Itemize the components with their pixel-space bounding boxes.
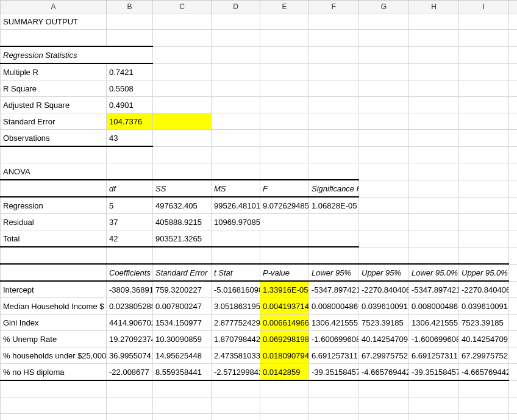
cell-value[interactable]: 0.4901 — [107, 97, 153, 113]
cell[interactable] — [260, 113, 309, 130]
cell[interactable] — [107, 30, 153, 47]
cell[interactable] — [309, 146, 359, 163]
cell-value[interactable]: 40.14254709 — [359, 331, 409, 347]
cell[interactable] — [212, 247, 260, 264]
cell[interactable] — [459, 180, 509, 197]
cell[interactable] — [409, 63, 459, 80]
cell[interactable] — [409, 146, 459, 163]
cell-value[interactable]: 9.072629485 — [260, 197, 309, 214]
cell-header[interactable]: Significance F — [309, 180, 359, 197]
cell-label[interactable]: Standard Error — [1, 113, 107, 130]
cell-reg-stats-header[interactable]: Regression Statistics — [1, 46, 153, 63]
cell-value[interactable]: 0.7421 — [107, 63, 153, 80]
cell-value[interactable]: 1306.421555 — [409, 315, 459, 331]
cell[interactable] — [409, 397, 459, 414]
cell-value[interactable]: -5347.897421 — [409, 281, 459, 298]
cell[interactable] — [359, 197, 409, 214]
cell[interactable] — [409, 80, 459, 97]
cell-value[interactable]: 99526.48101 — [212, 197, 260, 214]
cell[interactable] — [459, 46, 509, 63]
cell-label[interactable]: Gini Index — [1, 315, 107, 331]
cell[interactable] — [153, 130, 212, 147]
cell[interactable] — [107, 397, 153, 414]
cell[interactable] — [212, 46, 260, 63]
cell[interactable] — [509, 281, 518, 298]
cell-value[interactable]: 10.30090859 — [153, 331, 212, 347]
cell-value[interactable]: 405888.9215 — [153, 214, 212, 230]
cell-header[interactable]: Standard Error — [153, 264, 212, 281]
cell-label[interactable]: Regression — [1, 197, 107, 214]
cell[interactable] — [509, 331, 518, 347]
cell[interactable] — [107, 414, 153, 421]
cell[interactable] — [153, 247, 212, 264]
cell-value[interactable]: -2.571299842 — [212, 364, 260, 381]
cell-header[interactable]: SS — [153, 180, 212, 197]
cell-value[interactable]: 1.06828E-05 — [309, 197, 359, 214]
cell[interactable] — [459, 80, 509, 97]
cell-value[interactable]: 6.691257311 — [409, 347, 459, 364]
cell[interactable] — [359, 230, 409, 247]
cell[interactable] — [409, 30, 459, 47]
cell-value[interactable]: -3809.368914 — [107, 281, 153, 298]
cell[interactable] — [509, 180, 518, 197]
col-header[interactable]: F — [309, 1, 359, 13]
cell[interactable] — [509, 214, 518, 230]
cell[interactable] — [509, 13, 518, 30]
cell[interactable] — [309, 247, 359, 264]
cell-header[interactable]: t Stat — [212, 264, 260, 281]
cell[interactable] — [359, 380, 409, 397]
cell[interactable] — [260, 46, 309, 63]
cell[interactable] — [153, 397, 212, 414]
cell-highlight[interactable] — [153, 113, 212, 130]
cell[interactable] — [509, 315, 518, 331]
cell-value[interactable]: 1306.421555 — [309, 315, 359, 331]
cell-value[interactable]: -1.600699608 — [409, 331, 459, 347]
cell[interactable] — [260, 214, 309, 230]
cell[interactable] — [153, 30, 212, 47]
cell-value[interactable]: 67.29975752 — [359, 347, 409, 364]
cell[interactable] — [309, 230, 359, 247]
cell[interactable] — [409, 13, 459, 30]
cell[interactable] — [212, 63, 260, 80]
cell[interactable] — [107, 146, 153, 163]
cell[interactable] — [459, 414, 509, 421]
cell-label[interactable]: Total — [1, 230, 107, 247]
cell[interactable] — [212, 130, 260, 147]
cell[interactable] — [509, 197, 518, 214]
cell-summary-output[interactable]: SUMMARY OUTPUT — [1, 13, 107, 30]
cell-value[interactable]: 7523.39185 — [359, 315, 409, 331]
cell[interactable] — [409, 197, 459, 214]
cell[interactable] — [459, 13, 509, 30]
col-header[interactable]: H — [409, 1, 459, 13]
cell-value[interactable]: -1.600699608 — [309, 331, 359, 347]
cell[interactable] — [260, 414, 309, 421]
cell[interactable] — [509, 63, 518, 80]
cell[interactable] — [309, 46, 359, 63]
cell[interactable] — [309, 414, 359, 421]
cell[interactable] — [260, 97, 309, 113]
col-header[interactable]: J — [509, 1, 518, 13]
cell[interactable] — [212, 230, 260, 247]
cell-value[interactable]: -2270.840406 — [359, 281, 409, 298]
cell-value-highlight[interactable]: 0.069298198 — [260, 331, 309, 347]
cell[interactable] — [212, 113, 260, 130]
cell-label[interactable]: Adjusted R Square — [1, 97, 107, 113]
cell[interactable] — [359, 397, 409, 414]
cell-label[interactable]: Residual — [1, 214, 107, 230]
cell[interactable] — [212, 30, 260, 47]
cell[interactable] — [153, 46, 212, 63]
cell[interactable] — [409, 247, 459, 264]
cell-value[interactable]: 36.99550741 — [107, 347, 153, 364]
cell[interactable] — [260, 146, 309, 163]
cell[interactable] — [409, 97, 459, 113]
cell[interactable] — [509, 113, 518, 130]
cell[interactable] — [153, 163, 212, 180]
cell[interactable] — [509, 364, 518, 381]
cell-value[interactable]: 0.008000486 — [309, 298, 359, 315]
cell[interactable] — [309, 97, 359, 113]
cell[interactable] — [459, 146, 509, 163]
cell-value[interactable]: 19.27092374 — [107, 331, 153, 347]
cell[interactable] — [260, 397, 309, 414]
cell-value[interactable]: -2270.840406 — [459, 281, 509, 298]
cell[interactable] — [509, 380, 518, 397]
